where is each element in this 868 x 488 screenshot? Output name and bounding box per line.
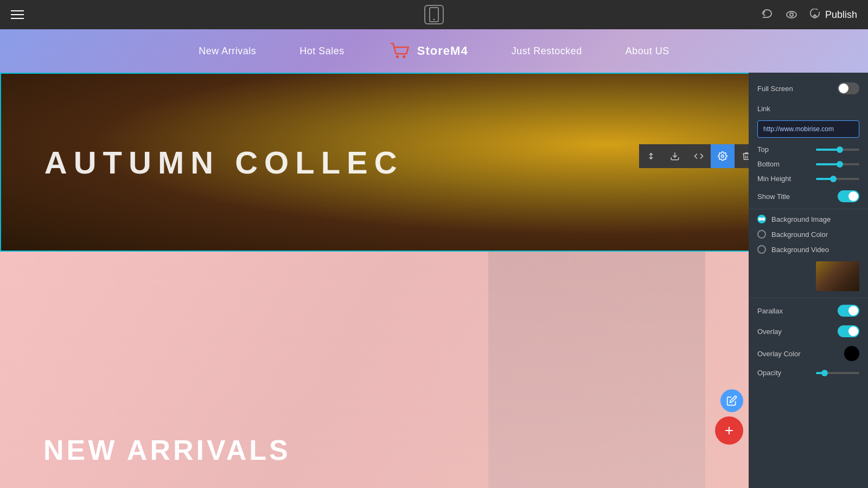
reorder-button[interactable] (639, 144, 663, 168)
top-slider-thumb[interactable] (837, 146, 843, 153)
bottom-slider[interactable] (816, 163, 859, 165)
hero-section: AUTUMN COLLEC (0, 73, 868, 252)
nav-logo: StoreM4 (388, 40, 468, 62)
min-height-label: Min Height (757, 175, 816, 183)
bg-image-radio-dot (758, 217, 762, 221)
bg-video-row: Background Video (749, 242, 868, 257)
svg-point-3 (403, 55, 405, 58)
publish-button[interactable]: Publish (809, 9, 857, 21)
parallax-label: Parallax (757, 307, 838, 315)
arrivals-section: NEW ARRIVALS (0, 252, 868, 488)
bg-video-label: Background Video (771, 246, 829, 254)
link-input-wrap (749, 118, 868, 142)
undo-icon[interactable] (761, 8, 774, 22)
top-slider-row: Top (749, 142, 868, 157)
svg-point-0 (787, 11, 796, 18)
min-height-slider[interactable] (816, 178, 859, 180)
nav-item-just-restocked[interactable]: Just Restocked (512, 46, 582, 57)
toolbar-right: Publish (761, 8, 857, 22)
nav-bar: New Arrivals Hot Sales StoreM4 Just Rest… (0, 29, 868, 73)
settings-button[interactable] (711, 144, 735, 168)
bg-image-radio[interactable] (757, 215, 766, 223)
opacity-slider-row: Opacity (749, 365, 868, 380)
bg-color-radio[interactable] (757, 230, 766, 239)
bottom-slider-row: Bottom (749, 157, 868, 171)
publish-label: Publish (825, 9, 857, 21)
bg-image-row: Background Image (749, 211, 868, 227)
top-toolbar: Publish (0, 0, 868, 29)
code-button[interactable] (687, 144, 711, 168)
opacity-slider[interactable] (816, 372, 859, 374)
opacity-slider-thumb[interactable] (821, 370, 828, 376)
svg-point-2 (396, 55, 399, 58)
bottom-label: Bottom (757, 160, 816, 168)
overlay-toggle[interactable] (838, 325, 859, 337)
nav-item-new-arrivals[interactable]: New Arrivals (199, 46, 256, 57)
full-screen-toggle[interactable] (838, 82, 859, 94)
full-screen-label: Full Screen (757, 85, 838, 93)
logo-cart-icon (388, 40, 411, 62)
settings-panel: Full Screen Link Top Bottom (749, 73, 868, 488)
bottom-slider-thumb[interactable] (837, 161, 843, 168)
link-row: Link (749, 99, 868, 118)
full-screen-row: Full Screen (749, 78, 868, 99)
logo-text: StoreM4 (417, 44, 468, 58)
show-title-label: Show Title (757, 192, 838, 201)
parallax-toggle[interactable] (838, 305, 859, 317)
phone-inner (429, 7, 439, 22)
show-title-row: Show Title (749, 186, 868, 207)
publish-cloud-icon (809, 9, 821, 21)
overlay-color-label: Overlay Color (757, 350, 844, 358)
divider-2 (749, 298, 868, 298)
section-toolbar (639, 144, 758, 168)
thumbnail-wrap (749, 257, 868, 296)
arrivals-figure-bg (488, 252, 705, 488)
parallax-row: Parallax (749, 300, 868, 321)
bg-color-row: Background Color (749, 227, 868, 242)
show-title-toggle[interactable] (838, 190, 859, 202)
bg-thumbnail[interactable] (816, 261, 859, 291)
top-slider[interactable] (816, 149, 859, 151)
opacity-label: Opacity (757, 369, 816, 377)
divider-1 (749, 209, 868, 209)
fab-add-button[interactable]: + (715, 416, 743, 445)
hamburger-menu-icon[interactable] (11, 10, 24, 19)
min-height-slider-row: Min Height (749, 171, 868, 186)
link-input[interactable] (757, 120, 859, 138)
download-button[interactable] (663, 144, 687, 168)
svg-point-1 (790, 13, 793, 16)
phone-preview-icon[interactable] (424, 5, 444, 24)
bg-image-label: Background Image (771, 215, 831, 223)
fab-edit-button[interactable] (720, 389, 743, 412)
thumbnail-image (816, 261, 859, 291)
toolbar-left (11, 10, 24, 19)
overlay-color-row: Overlay Color (749, 342, 868, 365)
svg-point-6 (722, 155, 724, 158)
overlay-color-swatch[interactable] (844, 346, 859, 361)
preview-icon[interactable] (785, 8, 798, 22)
toolbar-center (424, 5, 444, 24)
overlay-row: Overlay (749, 321, 868, 342)
hero-title: AUTUMN COLLEC (44, 144, 404, 181)
overlay-label: Overlay (757, 328, 838, 336)
arrivals-title: NEW ARRIVALS (43, 434, 291, 466)
bg-color-label: Background Color (771, 230, 828, 239)
link-label: Link (757, 105, 859, 113)
min-height-slider-thumb[interactable] (830, 176, 837, 182)
nav-item-hot-sales[interactable]: Hot Sales (299, 46, 344, 57)
bg-video-radio[interactable] (757, 245, 766, 254)
top-label: Top (757, 145, 816, 153)
nav-item-about-us[interactable]: About US (626, 46, 669, 57)
